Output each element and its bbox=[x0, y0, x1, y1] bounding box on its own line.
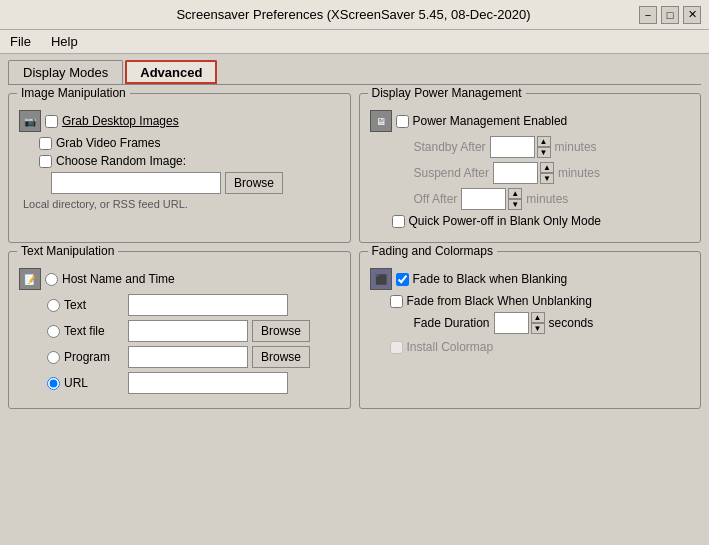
image-path-input[interactable] bbox=[51, 172, 221, 194]
power-mgmt-row: 🖥 Power Management Enabled bbox=[370, 110, 691, 132]
image-manipulation-title: Image Manipulation bbox=[17, 86, 130, 100]
fading-title: Fading and Colormaps bbox=[368, 244, 497, 258]
standby-up-btn[interactable]: ▲ bbox=[537, 136, 551, 147]
fade-from-black-checkbox[interactable] bbox=[390, 295, 403, 308]
install-colormap-label: Install Colormap bbox=[407, 340, 494, 354]
url-radio[interactable] bbox=[47, 377, 60, 390]
titlebar: Screensaver Preferences (XScreenSaver 5.… bbox=[0, 0, 709, 30]
choose-random-label: Choose Random Image: bbox=[56, 154, 186, 168]
off-row: Off After 240 ▲ ▼ minutes bbox=[414, 188, 691, 210]
grab-video-label: Grab Video Frames bbox=[56, 136, 161, 150]
fade-from-black-label: Fade from Black When Unblanking bbox=[407, 294, 592, 308]
standby-minutes: minutes bbox=[555, 140, 597, 154]
camera-icon: 📷 bbox=[19, 110, 41, 132]
text-manipulation-group: Text Manipulation 📝 Host Name and Time T… bbox=[8, 251, 351, 409]
program-input[interactable]: fortune bbox=[128, 346, 248, 368]
image-browse-button[interactable]: Browse bbox=[225, 172, 283, 194]
fade-duration-spinner: 3 ▲ ▼ bbox=[494, 312, 545, 334]
fading-icon: ⬛ bbox=[370, 268, 392, 290]
quick-poweroff-row: Quick Power-off in Blank Only Mode bbox=[392, 214, 691, 228]
suspend-input[interactable]: 120 bbox=[493, 162, 538, 184]
suspend-spinner-btns: ▲ ▼ bbox=[540, 162, 554, 184]
text-file-label: Text file bbox=[64, 324, 124, 338]
url-input[interactable]: https://planet.debian.org/rss bbox=[128, 372, 288, 394]
grab-desktop-label: Grab Desktop Images bbox=[62, 114, 179, 128]
text-manipulation-title: Text Manipulation bbox=[17, 244, 118, 258]
off-label: Off After bbox=[414, 192, 458, 206]
fade-duration-down-btn[interactable]: ▼ bbox=[531, 323, 545, 334]
standby-spinner: 120 ▲ ▼ bbox=[490, 136, 551, 158]
suspend-spinner: 120 ▲ ▼ bbox=[493, 162, 554, 184]
text-file-row: Text file Browse bbox=[47, 320, 340, 342]
text-file-input[interactable] bbox=[128, 320, 248, 342]
display-power-title: Display Power Management bbox=[368, 86, 526, 100]
off-spinner: 240 ▲ ▼ bbox=[461, 188, 522, 210]
menubar: File Help bbox=[0, 30, 709, 54]
text-radio[interactable] bbox=[47, 299, 60, 312]
suspend-down-btn[interactable]: ▼ bbox=[540, 173, 554, 184]
fading-group: Fading and Colormaps ⬛ Fade to Black whe… bbox=[359, 251, 702, 409]
choose-random-row: Choose Random Image: bbox=[39, 154, 340, 168]
menu-help[interactable]: Help bbox=[47, 33, 82, 50]
monitor-icon: 🖥 bbox=[370, 110, 392, 132]
program-radio[interactable] bbox=[47, 351, 60, 364]
standby-row: Standby After 120 ▲ ▼ minutes bbox=[414, 136, 691, 158]
fade-duration-label: Fade Duration bbox=[414, 316, 490, 330]
text-file-browse-button[interactable]: Browse bbox=[252, 320, 310, 342]
quick-poweroff-label: Quick Power-off in Blank Only Mode bbox=[409, 214, 602, 228]
program-browse-button[interactable]: Browse bbox=[252, 346, 310, 368]
maximize-button[interactable]: □ bbox=[661, 6, 679, 24]
host-name-radio[interactable] bbox=[45, 273, 58, 286]
image-hint: Local directory, or RSS feed URL. bbox=[23, 198, 340, 210]
tabs-bar: Display Modes Advanced bbox=[0, 54, 709, 84]
image-path-row: Browse bbox=[51, 172, 340, 194]
close-button[interactable]: ✕ bbox=[683, 6, 701, 24]
fade-seconds-label: seconds bbox=[549, 316, 594, 330]
main-content: Image Manipulation 📷 Grab Desktop Images… bbox=[0, 85, 709, 417]
off-down-btn[interactable]: ▼ bbox=[508, 199, 522, 210]
fade-to-black-row: ⬛ Fade to Black when Blanking bbox=[370, 268, 691, 290]
fade-to-black-checkbox[interactable] bbox=[396, 273, 409, 286]
titlebar-buttons: − □ ✕ bbox=[639, 6, 701, 24]
text-input[interactable]: XScreenSaver bbox=[128, 294, 288, 316]
off-minutes: minutes bbox=[526, 192, 568, 206]
menu-file[interactable]: File bbox=[6, 33, 35, 50]
standby-spinner-btns: ▲ ▼ bbox=[537, 136, 551, 158]
minimize-button[interactable]: − bbox=[639, 6, 657, 24]
fade-duration-up-btn[interactable]: ▲ bbox=[531, 312, 545, 323]
display-power-group: Display Power Management 🖥 Power Managem… bbox=[359, 93, 702, 243]
tab-display-modes[interactable]: Display Modes bbox=[8, 60, 123, 84]
fade-to-black-label: Fade to Black when Blanking bbox=[413, 272, 568, 286]
url-label: URL bbox=[64, 376, 124, 390]
grab-desktop-row: 📷 Grab Desktop Images bbox=[19, 110, 340, 132]
suspend-row: Suspend After 120 ▲ ▼ minutes bbox=[414, 162, 691, 184]
image-manipulation-group: Image Manipulation 📷 Grab Desktop Images… bbox=[8, 93, 351, 243]
program-row: Program fortune Browse bbox=[47, 346, 340, 368]
grab-desktop-checkbox[interactable] bbox=[45, 115, 58, 128]
standby-input[interactable]: 120 bbox=[490, 136, 535, 158]
grab-video-checkbox[interactable] bbox=[39, 137, 52, 150]
install-colormap-row: Install Colormap bbox=[390, 340, 691, 354]
grab-video-row: Grab Video Frames bbox=[39, 136, 340, 150]
text-file-radio[interactable] bbox=[47, 325, 60, 338]
off-up-btn[interactable]: ▲ bbox=[508, 188, 522, 199]
text-label: Text bbox=[64, 298, 124, 312]
off-spinner-btns: ▲ ▼ bbox=[508, 188, 522, 210]
off-input[interactable]: 240 bbox=[461, 188, 506, 210]
text-row: Text XScreenSaver bbox=[47, 294, 340, 316]
standby-label: Standby After bbox=[414, 140, 486, 154]
text-icon: 📝 bbox=[19, 268, 41, 290]
fade-duration-row: Fade Duration 3 ▲ ▼ seconds bbox=[414, 312, 691, 334]
fade-duration-input[interactable]: 3 bbox=[494, 312, 529, 334]
fade-from-black-row: Fade from Black When Unblanking bbox=[390, 294, 691, 308]
power-mgmt-checkbox[interactable] bbox=[396, 115, 409, 128]
install-colormap-checkbox[interactable] bbox=[390, 341, 403, 354]
suspend-minutes: minutes bbox=[558, 166, 600, 180]
host-name-label: Host Name and Time bbox=[62, 272, 175, 286]
tab-advanced[interactable]: Advanced bbox=[125, 60, 217, 84]
suspend-up-btn[interactable]: ▲ bbox=[540, 162, 554, 173]
quick-poweroff-checkbox[interactable] bbox=[392, 215, 405, 228]
standby-down-btn[interactable]: ▼ bbox=[537, 147, 551, 158]
choose-random-checkbox[interactable] bbox=[39, 155, 52, 168]
fade-duration-spinner-btns: ▲ ▼ bbox=[531, 312, 545, 334]
